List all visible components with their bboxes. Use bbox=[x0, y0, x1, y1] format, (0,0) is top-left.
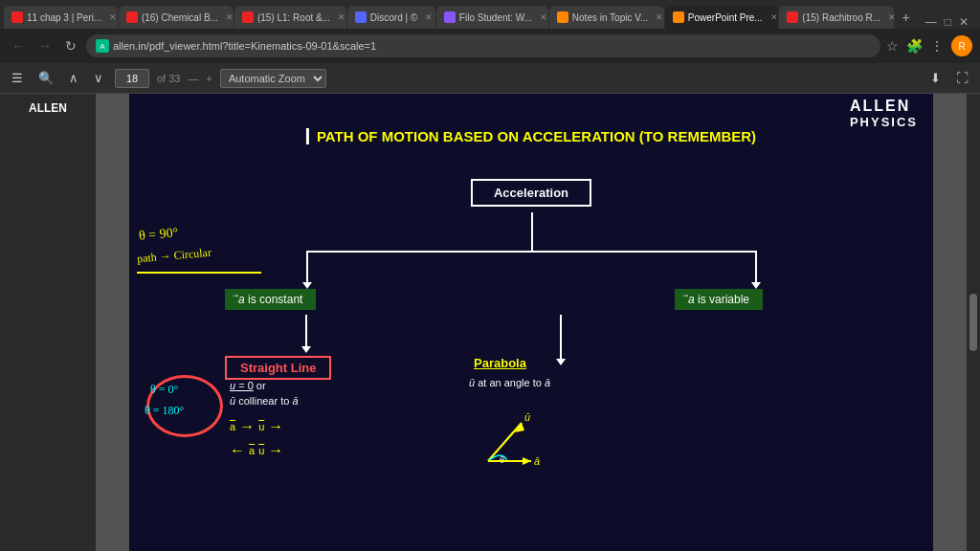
arrow-right-u-2: → bbox=[268, 442, 283, 459]
svg-text:ū: ū bbox=[524, 413, 530, 423]
slide-title: PATH OF MOTION BASED ON ACCELERATION (TO… bbox=[306, 128, 756, 144]
svg-line-0 bbox=[488, 423, 522, 461]
vector-svg: ū θ ā bbox=[469, 413, 546, 471]
variable-box: ⃗a is variable bbox=[675, 289, 763, 310]
tab-bar: 11 chap 3 | Peri... ✕ (16) Chemical B...… bbox=[0, 0, 980, 29]
u-zero-condition: u = 0 or bbox=[230, 380, 266, 391]
user-avatar[interactable]: R bbox=[951, 35, 972, 56]
vector-row-1: a → u → bbox=[230, 418, 283, 435]
left-branch-vertical bbox=[306, 251, 308, 284]
tab-close-1[interactable]: ✕ bbox=[109, 12, 117, 22]
search-button[interactable]: 🔍 bbox=[34, 69, 57, 87]
maximize-button[interactable]: □ bbox=[945, 15, 951, 29]
new-tab-button[interactable]: + bbox=[895, 6, 916, 29]
address-bar[interactable]: A allen.in/pdf_viewer.html?title=Kinemat… bbox=[86, 34, 880, 57]
tab-icon-2 bbox=[126, 11, 138, 23]
tab-icon-3 bbox=[242, 11, 254, 23]
tab-close-3[interactable]: ✕ bbox=[338, 12, 345, 22]
svg-marker-5 bbox=[523, 457, 531, 465]
slide-background bbox=[129, 94, 933, 551]
close-button[interactable]: ✕ bbox=[959, 15, 969, 29]
arrow-right-u: → bbox=[268, 418, 283, 435]
page-total: of 33 bbox=[157, 73, 180, 84]
forward-button[interactable]: → bbox=[34, 36, 56, 55]
tab-7[interactable]: PowerPoint Pre... ✕ bbox=[665, 6, 779, 29]
download-button[interactable]: ⬇ bbox=[926, 69, 945, 87]
prev-page-button[interactable]: ∧ bbox=[65, 69, 82, 87]
tab-icon-8 bbox=[787, 11, 798, 23]
toolbar-right: ⬇ ⛶ bbox=[926, 69, 972, 87]
theta-180-annotation: θ = 180° bbox=[145, 404, 184, 418]
tab-6[interactable]: Notes in Topic V... ✕ bbox=[549, 6, 664, 29]
tab-close-8[interactable]: ✕ bbox=[888, 12, 894, 22]
zoom-minus[interactable]: — bbox=[188, 73, 198, 84]
tab-close-4[interactable]: ✕ bbox=[425, 12, 433, 22]
arrow-down-right bbox=[751, 282, 761, 289]
page-number-input[interactable] bbox=[115, 69, 149, 88]
tab-icon-6 bbox=[557, 11, 568, 23]
pdf-page: ALLEN PHYSICS PATH OF MOTION BASED ON AC… bbox=[129, 94, 933, 551]
arrow-down-parabola bbox=[556, 359, 566, 365]
allen-logo-sidebar: ALLEN bbox=[29, 101, 67, 115]
menu-button[interactable]: ⋮ bbox=[930, 38, 944, 54]
pdf-area: ALLEN PHYSICS PATH OF MOTION BASED ON AC… bbox=[96, 94, 967, 551]
tab-controls: — □ ✕ bbox=[918, 15, 976, 29]
tab-8[interactable]: (15) Rachitroo R... ✕ bbox=[779, 6, 894, 29]
allen-brand-subject: PHYSICS bbox=[850, 115, 918, 129]
arrow-down-constant bbox=[301, 346, 311, 353]
scrollbar-thumb[interactable] bbox=[969, 294, 977, 351]
refresh-button[interactable]: ↻ bbox=[61, 36, 80, 55]
tab-3[interactable]: (15) L1: Root &... ✕ bbox=[234, 6, 346, 29]
main-content: ALLEN ALLEN PHYSICS PATH OF MOTION BASED… bbox=[0, 94, 980, 551]
nav-bar: ← → ↻ A allen.in/pdf_viewer.html?title=K… bbox=[0, 29, 980, 63]
bookmark-button[interactable]: ☆ bbox=[886, 38, 899, 54]
pdf-sidebar: ALLEN bbox=[0, 94, 96, 551]
tab-icon-7 bbox=[673, 11, 684, 23]
annotation-underline bbox=[137, 272, 261, 274]
u-zero-text: u = 0 bbox=[230, 380, 254, 391]
a-vec-label-2: a bbox=[249, 445, 255, 456]
angle-vector-diagram: ū θ ā bbox=[469, 413, 546, 471]
vector-diagram-left-2: ← a u → bbox=[230, 442, 283, 459]
extensions-button[interactable]: 🧩 bbox=[906, 38, 923, 54]
address-text: allen.in/pdf_viewer.html?title=Kinematic… bbox=[113, 40, 376, 52]
tab-close-5[interactable]: ✕ bbox=[540, 12, 547, 22]
constant-box: ⃗a is constant bbox=[225, 289, 316, 310]
tab-label-2: (16) Chemical B... bbox=[142, 12, 218, 23]
u-vec-label-2: u bbox=[258, 445, 264, 456]
theta-eq-annotation: θ = 90° bbox=[138, 225, 178, 243]
tab-icon-5 bbox=[444, 11, 456, 23]
nav-right: ☆ 🧩 ⋮ R bbox=[886, 35, 972, 56]
straight-line-box: Straight Line bbox=[225, 356, 331, 380]
tab-4[interactable]: Discord | © ✕ bbox=[347, 6, 435, 29]
parabola-condition: ū at an angle to ā bbox=[469, 377, 550, 388]
tab-label-6: Notes in Topic V... bbox=[572, 12, 649, 23]
acceleration-box: Acceleration bbox=[471, 179, 591, 207]
fullscreen-button[interactable]: ⛶ bbox=[952, 69, 972, 87]
browser-frame: 11 chap 3 | Peri... ✕ (16) Chemical B...… bbox=[0, 0, 980, 551]
zoom-plus[interactable]: + bbox=[206, 73, 212, 84]
right-branch-vertical bbox=[755, 251, 757, 284]
tab-2[interactable]: (16) Chemical B... ✕ bbox=[119, 6, 234, 29]
tab-label-5: Filo Student: W... bbox=[459, 12, 532, 23]
back-button[interactable]: ← bbox=[8, 36, 29, 55]
a-vec-constant: ⃗a is constant bbox=[238, 293, 302, 306]
zoom-dropdown[interactable]: Automatic Zoom bbox=[220, 69, 326, 88]
tab-close-7[interactable]: ✕ bbox=[770, 12, 778, 22]
pdf-scrollbar bbox=[967, 94, 980, 551]
or-text: or bbox=[256, 380, 266, 391]
sidebar-toggle-button[interactable]: ☰ bbox=[8, 69, 27, 87]
main-vertical-line bbox=[531, 212, 533, 251]
tab-5[interactable]: Filo Student: W... ✕ bbox=[436, 6, 548, 29]
u-vec-label: u bbox=[258, 421, 264, 432]
constant-to-children bbox=[305, 315, 307, 348]
tab-1[interactable]: 11 chap 3 | Peri... ✕ bbox=[4, 6, 118, 29]
a-vec-variable: ⃗a is variable bbox=[688, 293, 749, 306]
tab-close-2[interactable]: ✕ bbox=[226, 12, 234, 22]
a-vec-label: a bbox=[230, 421, 235, 432]
theta-zero-annotation: θ = 0° bbox=[150, 383, 178, 397]
next-page-button[interactable]: ∨ bbox=[90, 69, 107, 87]
tab-label-4: Discord | © bbox=[370, 12, 417, 23]
tab-close-6[interactable]: ✕ bbox=[656, 12, 663, 22]
minimize-button[interactable]: — bbox=[925, 15, 937, 29]
